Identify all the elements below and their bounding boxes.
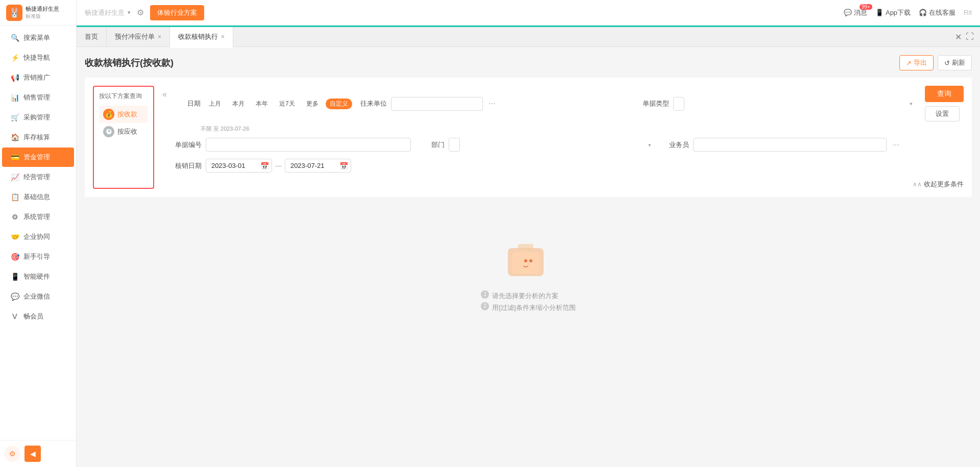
sidebar-item-11[interactable]: 🎯新手引导 [2,247,74,266]
counterparty-filter-group: 往来单位 ··· [360,97,634,111]
service-label: 在线客服 [929,8,955,17]
sidebar-item-12[interactable]: 📱智能硬件 [2,267,74,286]
nav-icon-12: 📱 [10,273,19,281]
header-gear-icon[interactable]: ⚙ [137,8,144,17]
doc-no-input[interactable] [206,138,411,152]
nav-label-2: 营销推广 [23,73,50,82]
counterparty-more-icon[interactable]: ··· [489,99,496,108]
date-tabs: 上月 本月 本年 近7天 更多 自定义 [205,99,352,109]
sidebar-item-7[interactable]: 📈经营管理 [2,167,74,187]
nav-label-8: 基础信息 [23,192,50,202]
tab-close-1[interactable]: × [158,34,161,40]
step-1-text: 请先选择要分析的方案 [492,290,558,302]
tab-label-1: 预付冲应付单 [115,32,155,41]
doc-type-select-wrapper: ▾ [673,97,917,111]
empty-illustration [503,238,554,284]
close-window-icon[interactable]: ✕ [955,32,962,42]
top-header: 畅捷通好生意 ▾ ⚙ 体验行业方案 💬 消息 99+ 📱 App下载 🎧 在线客… [77,0,980,26]
sidebar-item-2[interactable]: 📢营销推广 [2,68,74,87]
start-calendar-icon[interactable]: 📅 [260,162,269,170]
nav-label-4: 采购管理 [23,113,50,122]
header-dropdown-icon[interactable]: ▾ [128,9,131,16]
sidebar-item-14[interactable]: V畅会员 [2,307,74,326]
filter-collapse-btn[interactable]: « [160,90,169,99]
tab-label-0: 首页 [85,32,98,41]
date-separator: — [275,162,282,169]
expand-icon[interactable]: ⛶ [966,32,974,41]
sidebar-collapse-btn[interactable]: ◀ [24,446,41,462]
collapse-more-label: 收起更多条件 [924,180,964,189]
dept-filter-group: 部门 ▾ [419,138,655,152]
svg-rect-4 [518,244,533,250]
nav-label-6: 资金管理 [23,153,50,162]
empty-state: 1 请先选择要分析的方案 2 用[过滤]条件来缩小分析范围 [85,197,972,355]
salesperson-input[interactable] [693,138,887,152]
filter-type-by-receipt[interactable]: 💰 按收款 [99,106,148,123]
doc-no-label: 单据编号 [175,140,202,150]
nav-label-1: 快捷导航 [23,53,50,62]
export-button[interactable]: ↗ 导出 [899,55,934,70]
step-2-num: 2 [481,302,489,310]
sidebar-item-4[interactable]: 🛒采购管理 [2,108,74,127]
tab-0[interactable]: 首页 [77,27,107,46]
nav-icon-14: V [10,312,19,321]
nav-icon-8: 📋 [10,193,19,201]
header-app-download[interactable]: 📱 App下载 [875,8,911,17]
tab-close-2[interactable]: × [221,34,225,40]
main-area: 畅捷通好生意 ▾ ⚙ 体验行业方案 💬 消息 99+ 📱 App下载 🎧 在线客… [77,0,980,467]
counterparty-input[interactable] [391,97,483,111]
header-message[interactable]: 💬 消息 99+ [844,8,867,17]
header-brand-text: 畅捷通好生意 [85,8,125,17]
date-tab-this-month[interactable]: 本月 [228,99,249,109]
collapse-more-conditions[interactable]: ∧∧ 收起更多条件 [175,180,964,189]
filter-type-header: 按以下方案查询 [99,92,148,101]
tab-2[interactable]: 收款核销执行× [170,27,233,48]
filter-type-by-receivable[interactable]: 🕐 按应收 [99,123,148,140]
query-button[interactable]: 查询 [925,86,964,102]
empty-text: 1 请先选择要分析的方案 2 用[过滤]条件来缩小分析范围 [481,290,575,314]
empty-step-2: 2 用[过滤]条件来缩小分析范围 [481,302,575,313]
tab-label-2: 收款核销执行 [178,32,218,41]
tab-1[interactable]: 预付冲应付单× [107,27,170,46]
logo-sub: 标准版 [26,13,59,20]
nav-icon-2: 📢 [10,73,19,82]
page-title: 收款核销执行(按收款) [85,57,174,69]
dept-select[interactable] [449,138,460,152]
setting-button[interactable]: 设置 [925,106,960,121]
service-icon: 🎧 [919,9,927,16]
receivable-icon: 🕐 [103,126,114,137]
doc-type-select[interactable] [673,97,684,111]
salesperson-more-icon[interactable]: ··· [893,140,899,150]
nav-icon-11: 🎯 [10,253,19,261]
date-tab-this-year[interactable]: 本年 [252,99,272,109]
sidebar-item-10[interactable]: 🤝企业协同 [2,227,74,247]
refresh-button[interactable]: ↺ 刷新 [938,55,972,70]
filter-type-receivable-label: 按应收 [117,127,137,136]
export-icon: ↗ [906,59,912,67]
sidebar-item-0[interactable]: 🔍搜索菜单 [2,28,74,47]
sidebar-item-13[interactable]: 💬企业微信 [2,287,74,306]
sidebar-item-1[interactable]: ⚡快捷导航 [2,48,74,67]
header-online-service[interactable]: 🎧 在线客服 [919,8,955,17]
date-tab-last-month[interactable]: 上月 [205,99,225,109]
date-tab-more[interactable]: 更多 [302,99,323,109]
nav-label-3: 销售管理 [23,93,50,102]
sidebar-item-6[interactable]: 💳资金管理 [2,148,74,167]
sidebar-settings-btn[interactable]: ⚙ [4,446,20,462]
nav-icon-10: 🤝 [10,233,19,241]
nav-icon-9: ⚙ [10,213,19,221]
nav-icon-13: 💬 [10,292,19,301]
solution-button[interactable]: 体验行业方案 [150,5,204,20]
sidebar-item-9[interactable]: ⚙系统管理 [2,207,74,227]
sidebar-item-8[interactable]: 📋基础信息 [2,187,74,207]
message-icon: 💬 [844,9,852,16]
sidebar-item-5[interactable]: 🏠库存核算 [2,128,74,147]
sidebar-item-3[interactable]: 📊销售管理 [2,88,74,107]
step-1-num: 1 [481,290,489,299]
message-badge: 99+ [860,4,872,10]
salesperson-label: 业务员 [664,140,689,150]
sidebar-bottom: ⚙ ◀ [0,440,76,467]
date-tab-7days[interactable]: 近7天 [275,99,299,109]
date-tab-custom[interactable]: 自定义 [326,99,352,109]
end-calendar-icon[interactable]: 📅 [339,162,348,170]
